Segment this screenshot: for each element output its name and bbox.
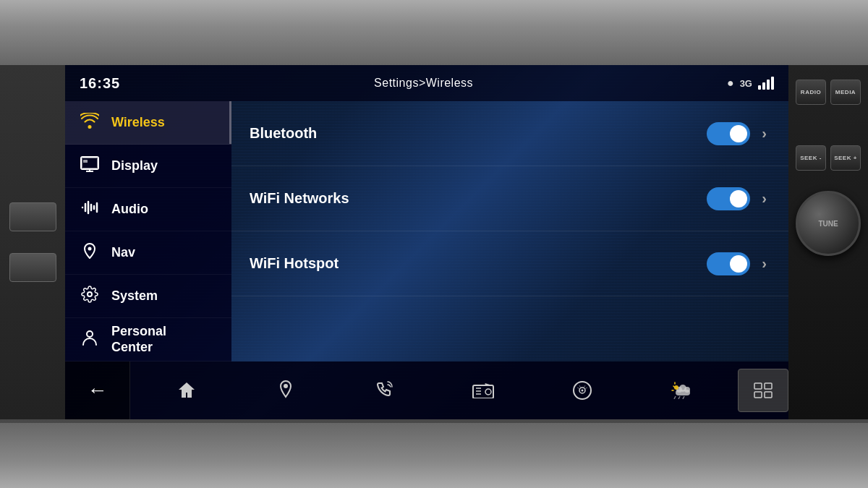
bottom-nav-grid[interactable]	[738, 369, 788, 412]
sidebar-item-system[interactable]: System	[65, 275, 231, 318]
header-icons: ● 3G	[727, 77, 774, 90]
seek-minus-button[interactable]: SEEK -	[796, 145, 826, 171]
svg-line-28	[678, 396, 680, 399]
bluetooth-chevron: ›	[762, 125, 767, 142]
wifi-networks-chevron: ›	[762, 190, 767, 207]
wifi-hotspot-controls: ›	[707, 252, 767, 275]
breadcrumb: Settings>Wireless	[374, 77, 473, 90]
bluetooth-toggle[interactable]	[707, 122, 750, 145]
wifi-hotspot-chevron: ›	[762, 255, 767, 272]
screen: 16:35 Settings>Wireless ● 3G	[65, 65, 788, 419]
svg-rect-34	[765, 392, 772, 398]
wifi-networks-row[interactable]: WiFi Networks ›	[231, 166, 788, 231]
location-icon: ●	[727, 77, 734, 90]
svg-line-27	[674, 396, 676, 399]
wifi-hotspot-label: WiFi Hotspot	[250, 255, 339, 272]
svg-rect-0	[81, 157, 98, 169]
sidebar-label-display: Display	[111, 158, 158, 174]
nav-icon	[80, 243, 100, 263]
signal-3g-icon: 3G	[740, 78, 752, 89]
sidebar-item-personal[interactable]: Personal Center	[65, 318, 231, 361]
tune-knob[interactable]: TUNE	[796, 191, 861, 256]
wifi-icon	[80, 113, 100, 133]
bottom-nav: ←	[65, 361, 788, 419]
sidebar-item-audio[interactable]: Audio	[65, 188, 231, 231]
sidebar-label-audio: Audio	[111, 202, 148, 218]
car-frame: RADIO MEDIA SEEK - SEEK + TUNE 16:35 Set…	[0, 0, 868, 488]
svg-rect-32	[765, 383, 772, 389]
sidebar-label-system: System	[111, 288, 158, 304]
media-button[interactable]: MEDIA	[830, 80, 861, 105]
svg-point-14	[284, 384, 288, 388]
left-button-1[interactable]	[9, 202, 56, 231]
sidebar-label-nav: Nav	[111, 245, 135, 261]
radio-media-row: RADIO MEDIA	[796, 80, 861, 105]
bottom-nav-home[interactable]	[165, 369, 208, 412]
bluetooth-label: Bluetooth	[250, 125, 317, 142]
wifi-networks-controls: ›	[707, 187, 767, 210]
car-top-bar	[0, 0, 868, 65]
bluetooth-row[interactable]: Bluetooth ›	[231, 101, 788, 166]
bluetooth-controls: ›	[707, 122, 767, 145]
back-icon: ←	[88, 379, 108, 402]
screen-inner: 16:35 Settings>Wireless ● 3G	[65, 65, 788, 419]
svg-rect-33	[754, 392, 762, 398]
right-panel: RADIO MEDIA SEEK - SEEK + TUNE	[788, 65, 868, 419]
header: 16:35 Settings>Wireless ● 3G	[65, 65, 788, 101]
bottom-nav-phone[interactable]	[363, 369, 407, 412]
sidebar-label-personal: Personal Center	[111, 324, 166, 355]
clock: 16:35	[80, 75, 120, 92]
bottom-nav-media[interactable]	[561, 369, 604, 412]
wifi-hotspot-row[interactable]: WiFi Hotspot ›	[231, 231, 788, 296]
svg-point-16	[485, 389, 491, 395]
bottom-nav-radio[interactable]	[461, 369, 505, 412]
car-bottom	[0, 423, 868, 488]
bottom-nav-weather[interactable]	[660, 369, 703, 412]
bottom-nav-map[interactable]	[264, 369, 307, 412]
sidebar-item-nav[interactable]: Nav	[65, 231, 231, 275]
wifi-networks-toggle[interactable]	[707, 187, 750, 210]
bottom-nav-items	[130, 369, 738, 412]
left-panel	[0, 65, 65, 419]
left-button-2[interactable]	[9, 253, 56, 282]
main-content: Wireless Displ	[65, 101, 788, 361]
svg-line-29	[683, 396, 684, 399]
sidebar-item-display[interactable]: Display	[65, 145, 231, 188]
wifi-networks-label: WiFi Networks	[250, 190, 349, 207]
audio-icon	[80, 200, 100, 220]
radio-button[interactable]: RADIO	[796, 80, 826, 105]
sidebar-item-wireless[interactable]: Wireless	[65, 101, 231, 145]
svg-rect-31	[754, 383, 762, 389]
seek-row: SEEK - SEEK +	[796, 145, 861, 171]
seek-plus-button[interactable]: SEEK +	[830, 145, 861, 171]
back-button[interactable]: ←	[65, 361, 130, 419]
personal-icon	[80, 329, 100, 351]
settings-content: Bluetooth › WiFi Networks ›	[231, 101, 788, 361]
svg-point-13	[87, 331, 93, 337]
svg-rect-15	[473, 385, 493, 398]
display-icon	[80, 156, 100, 176]
sidebar: Wireless Displ	[65, 101, 231, 361]
svg-rect-4	[83, 160, 88, 163]
signal-bars-icon	[758, 77, 774, 90]
svg-point-12	[88, 292, 92, 296]
wifi-hotspot-toggle[interactable]	[707, 252, 750, 275]
svg-point-22	[581, 390, 583, 392]
system-icon	[80, 286, 100, 307]
sidebar-label-wireless: Wireless	[111, 115, 165, 131]
svg-point-11	[88, 247, 92, 250]
svg-point-30	[674, 385, 678, 390]
svg-rect-1	[82, 158, 98, 168]
